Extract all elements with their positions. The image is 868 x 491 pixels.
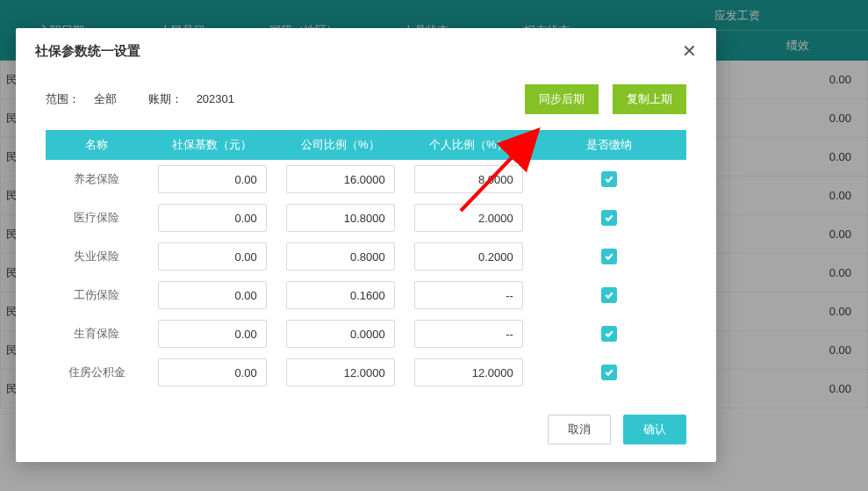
modal-footer: 取消 确认 — [16, 392, 716, 444]
close-icon[interactable]: ✕ — [682, 42, 697, 60]
param-cell-company — [276, 276, 405, 314]
param-name: 工伤保险 — [46, 276, 148, 314]
enabled-checkbox[interactable] — [601, 287, 617, 303]
enabled-checkbox[interactable] — [601, 249, 617, 264]
scope-label: 范围： — [46, 92, 80, 105]
param-enabled-cell — [533, 276, 686, 314]
social-insurance-settings-modal: 社保参数统一设置 ✕ 范围：全部 账期：202301 同步后期 复制上期 名称 … — [16, 28, 716, 462]
base-input[interactable] — [158, 358, 267, 386]
param-cell-company — [276, 353, 405, 392]
period-value: 202301 — [197, 92, 234, 105]
personal-input[interactable] — [414, 358, 523, 386]
enabled-checkbox[interactable] — [601, 210, 617, 226]
company-input[interactable] — [286, 242, 395, 271]
company-input[interactable] — [286, 204, 395, 232]
params-table: 名称 社保基数（元） 公司比例（%） 个人比例（%） 是否缴纳 养老保险医疗保险… — [46, 130, 686, 392]
param-cell-personal — [405, 314, 533, 353]
param-cell-personal — [405, 276, 533, 314]
param-row: 医疗保险 — [46, 199, 686, 237]
company-input[interactable] — [286, 320, 395, 348]
company-input[interactable] — [286, 165, 395, 193]
param-name: 养老保险 — [46, 160, 148, 199]
base-input[interactable] — [158, 320, 267, 348]
param-name: 医疗保险 — [46, 199, 148, 237]
scope-value: 全部 — [94, 92, 117, 105]
col-base: 社保基数（元） — [148, 130, 276, 160]
enabled-checkbox[interactable] — [601, 171, 617, 187]
company-input[interactable] — [286, 281, 395, 309]
param-enabled-cell — [533, 237, 686, 276]
param-cell-company — [276, 160, 405, 199]
base-input[interactable] — [158, 165, 267, 193]
param-cell-personal — [405, 199, 533, 237]
col-name: 名称 — [46, 130, 148, 160]
cancel-button[interactable]: 取消 — [548, 415, 611, 444]
personal-input[interactable] — [414, 281, 523, 309]
personal-input[interactable] — [414, 242, 523, 271]
param-cell-company — [276, 199, 405, 237]
param-cell-base — [148, 160, 276, 199]
param-enabled-cell — [533, 314, 686, 353]
param-name: 住房公积金 — [46, 353, 148, 392]
param-row: 住房公积金 — [46, 353, 686, 392]
param-enabled-cell — [533, 353, 686, 392]
param-enabled-cell — [533, 160, 686, 199]
param-cell-personal — [405, 160, 533, 199]
enabled-checkbox[interactable] — [601, 326, 617, 342]
base-input[interactable] — [158, 242, 267, 271]
param-cell-base — [148, 199, 276, 237]
personal-input[interactable] — [414, 204, 523, 232]
param-cell-base — [148, 314, 276, 353]
sync-later-button[interactable]: 同步后期 — [525, 84, 599, 114]
param-cell-company — [276, 237, 405, 276]
param-row: 养老保险 — [46, 160, 686, 199]
param-cell-base — [148, 237, 276, 276]
param-cell-company — [276, 314, 405, 353]
scope-row: 范围：全部 账期：202301 同步后期 复制上期 — [16, 74, 716, 123]
param-cell-base — [148, 276, 276, 314]
col-company: 公司比例（%） — [276, 130, 405, 160]
param-cell-personal — [405, 353, 533, 392]
param-name: 失业保险 — [46, 237, 148, 276]
param-row: 工伤保险 — [46, 276, 686, 314]
param-name: 生育保险 — [46, 314, 148, 353]
col-personal: 个人比例（%） — [405, 130, 533, 160]
copy-previous-button[interactable]: 复制上期 — [613, 84, 686, 114]
base-input[interactable] — [158, 281, 267, 309]
param-cell-personal — [405, 237, 533, 276]
confirm-button[interactable]: 确认 — [623, 415, 686, 444]
param-row: 失业保险 — [46, 237, 686, 276]
modal-header: 社保参数统一设置 ✕ — [16, 28, 716, 74]
param-enabled-cell — [533, 199, 686, 237]
period-label: 账期： — [148, 92, 183, 105]
param-row: 生育保险 — [46, 314, 686, 353]
enabled-checkbox[interactable] — [601, 365, 617, 380]
param-cell-base — [148, 353, 276, 392]
col-enabled: 是否缴纳 — [533, 130, 686, 160]
modal-title: 社保参数统一设置 — [35, 43, 140, 60]
company-input[interactable] — [286, 358, 395, 386]
personal-input[interactable] — [414, 320, 523, 348]
personal-input[interactable] — [414, 165, 523, 193]
scope-text: 范围：全部 账期：202301 — [46, 91, 262, 107]
action-buttons: 同步后期 复制上期 — [525, 84, 686, 114]
base-input[interactable] — [158, 204, 267, 232]
